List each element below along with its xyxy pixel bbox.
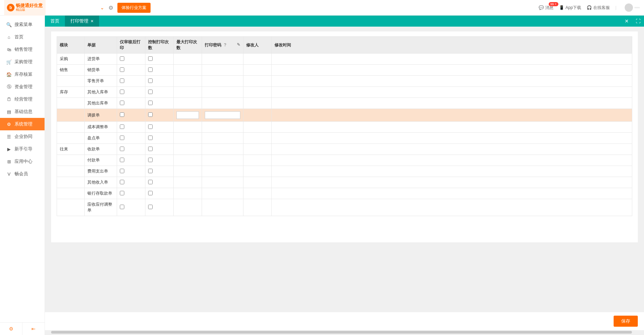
- audit-checkbox[interactable]: [120, 147, 124, 151]
- max-print-input[interactable]: [176, 111, 199, 119]
- sidebar-item-inventory[interactable]: 🏠库存核算: [0, 68, 45, 81]
- audit-checkbox[interactable]: [120, 169, 124, 173]
- audit-checkbox[interactable]: [120, 191, 124, 195]
- tab-1[interactable]: 打印管理✕: [65, 16, 99, 27]
- horizontal-scrollbar[interactable]: [51, 330, 638, 334]
- tab-close-all-button[interactable]: ✕: [621, 18, 632, 24]
- sidebar-item-home[interactable]: ⌂首页: [0, 31, 45, 43]
- ctrl-count-checkbox[interactable]: [148, 56, 153, 61]
- audit-checkbox[interactable]: [120, 180, 124, 184]
- audit-checkbox[interactable]: [120, 158, 124, 162]
- cell-doc: 调拨单: [85, 109, 117, 122]
- funds-icon: Ⓢ: [6, 84, 12, 90]
- ctrl-count-checkbox[interactable]: [148, 112, 153, 117]
- tab-bar: 首页打印管理✕ ✕ ⛶: [45, 16, 644, 27]
- sidebar-item-search-menu[interactable]: 🔍搜索菜单: [0, 18, 45, 31]
- cell-time: [272, 133, 632, 144]
- user-menu[interactable]: [622, 3, 640, 12]
- audit-checkbox[interactable]: [120, 78, 124, 83]
- cell-max: [174, 188, 202, 199]
- sidebar-item-collab[interactable]: ☰企业协同: [0, 130, 45, 143]
- cell-audit: [117, 87, 145, 98]
- ctrl-count-checkbox[interactable]: [148, 67, 153, 72]
- th-doc: 单据: [85, 37, 117, 54]
- ctrl-count-checkbox[interactable]: [148, 136, 153, 140]
- save-button[interactable]: 保存: [614, 316, 638, 327]
- help-icon[interactable]: ?: [224, 43, 226, 47]
- sidebar-item-member[interactable]: V畅会员: [0, 168, 45, 180]
- ctrl-count-checkbox[interactable]: [148, 191, 153, 195]
- cell-time: [272, 109, 632, 122]
- sidebar-item-label: 首页: [15, 34, 23, 40]
- ctrl-count-checkbox[interactable]: [148, 101, 153, 105]
- fullscreen-button[interactable]: ⛶: [632, 18, 644, 24]
- ctrl-count-checkbox[interactable]: [148, 78, 153, 83]
- cell-audit: [117, 65, 145, 76]
- ctrl-count-checkbox[interactable]: [148, 147, 153, 151]
- sidebar-item-sales[interactable]: 🛍销售管理: [0, 43, 45, 56]
- audit-checkbox[interactable]: [120, 205, 124, 209]
- cell-time: [272, 155, 632, 166]
- cell-ctrl: [145, 98, 174, 109]
- messages-link[interactable]: 💬 消息 99 +: [539, 5, 554, 11]
- cell-doc: 其他收入单: [85, 177, 117, 188]
- cell-ctrl: [145, 133, 174, 144]
- org-selector[interactable]: ⌄: [52, 5, 104, 10]
- audit-checkbox[interactable]: [120, 67, 124, 72]
- audit-checkbox[interactable]: [120, 124, 124, 129]
- audit-checkbox[interactable]: [120, 112, 124, 117]
- online-service-link[interactable]: 🎧 在线客服: [587, 5, 610, 11]
- ctrl-count-checkbox[interactable]: [148, 169, 153, 173]
- scrollbar-thumb[interactable]: [51, 331, 632, 334]
- tab-close-icon[interactable]: ✕: [90, 19, 94, 24]
- print-password-input[interactable]: [205, 111, 240, 119]
- print-settings-panel: 模块 单据 仅审核后打印 控制打印次数 最大打印次数 打印密码 ? ✎: [51, 31, 638, 242]
- cell-modifier: [243, 122, 272, 133]
- cell-ctrl: [145, 177, 174, 188]
- cell-modifier: [243, 87, 272, 98]
- operation-icon: 🗒: [6, 97, 12, 102]
- industry-cta-button[interactable]: 体验行业方案: [117, 3, 151, 13]
- cell-module: [57, 122, 85, 133]
- audit-checkbox[interactable]: [120, 136, 124, 140]
- audit-checkbox[interactable]: [120, 90, 124, 94]
- tab-0[interactable]: 首页: [45, 16, 65, 27]
- ctrl-count-checkbox[interactable]: [148, 180, 153, 184]
- app-download-link[interactable]: 📱 App下载: [559, 5, 581, 11]
- edit-column-icon[interactable]: ✎: [237, 42, 240, 47]
- table-row: 费用支出单: [57, 166, 632, 177]
- settings-icon[interactable]: ⚙: [108, 4, 113, 11]
- sidebar-item-purchase[interactable]: 🛒采购管理: [0, 56, 45, 68]
- sidebar-item-funds[interactable]: Ⓢ资金管理: [0, 81, 45, 93]
- sidebar-item-apps[interactable]: ⊞应用中心: [0, 155, 45, 168]
- cell-pwd: [202, 87, 243, 98]
- brand-logo-icon: b: [7, 4, 15, 11]
- tab-label: 打印管理: [70, 18, 88, 24]
- sidebar-item-label: 采购管理: [15, 59, 32, 65]
- sidebar-item-guide[interactable]: ▶新手引导: [0, 143, 45, 155]
- sidebar-item-operation[interactable]: 🗒经营管理: [0, 93, 45, 105]
- cell-doc: 银行存取款单: [85, 188, 117, 199]
- sidebar-item-label: 资金管理: [15, 84, 32, 90]
- member-icon: V: [6, 171, 12, 177]
- audit-checkbox[interactable]: [120, 56, 124, 61]
- sidebar-item-system[interactable]: ⚙系统管理: [0, 118, 45, 130]
- cell-ctrl: [145, 155, 174, 166]
- audit-checkbox[interactable]: [120, 101, 124, 105]
- sidebar-item-label: 基础信息: [15, 109, 32, 115]
- cell-module: [57, 166, 85, 177]
- sales-icon: 🛍: [6, 47, 12, 52]
- table-row: 零售开单: [57, 76, 632, 87]
- apps-icon: ⊞: [6, 159, 12, 164]
- ctrl-count-checkbox[interactable]: [148, 158, 153, 162]
- cell-pwd: [202, 133, 243, 144]
- content: 模块 单据 仅审核后打印 控制打印次数 最大打印次数 打印密码 ? ✎: [45, 27, 644, 312]
- sidebar-collapse-button[interactable]: ⇤: [22, 323, 45, 335]
- cell-max: [174, 54, 202, 65]
- ctrl-count-checkbox[interactable]: [148, 205, 153, 209]
- ctrl-count-checkbox[interactable]: [148, 124, 153, 129]
- sidebar-item-basic[interactable]: ▤基础信息: [0, 105, 45, 118]
- ctrl-count-checkbox[interactable]: [148, 90, 153, 94]
- cell-ctrl: [145, 87, 174, 98]
- sidebar-settings-button[interactable]: ⚙: [0, 323, 22, 335]
